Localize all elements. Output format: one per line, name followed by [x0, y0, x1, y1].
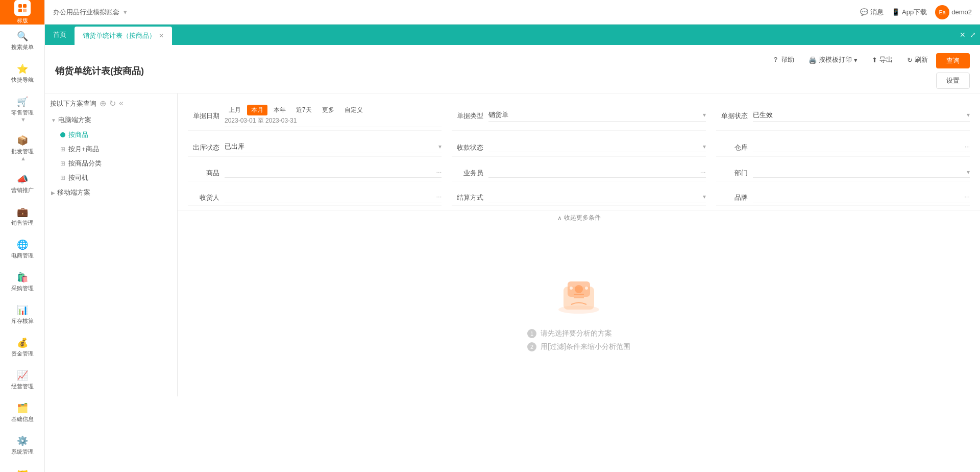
filter-type-value[interactable]: 销货单 ▾ [488, 110, 705, 122]
filter-brand-label: 品牌 [716, 193, 753, 202]
quicknav-icon: ⭐ [17, 63, 28, 75]
wholesale-expand-icon: ▲ [20, 155, 26, 161]
empty-step-1-text: 请先选择要分析的方案 [541, 329, 612, 338]
sidebar-item-inventory[interactable]: 📊 库存核算 [0, 298, 44, 331]
date-btn-more[interactable]: 更多 [318, 105, 338, 115]
sidebar-item-marketing[interactable]: 📣 营销推广 [0, 168, 44, 200]
scheme-item-by-driver-label: 按司机 [68, 173, 88, 182]
filter-consignee-value[interactable]: ··· [225, 193, 442, 202]
scheme-item-by-driver[interactable]: ⊞ 按司机 [45, 171, 177, 185]
sidebar-item-ecommerce[interactable]: 🌐 电商管理 [0, 233, 44, 266]
export-btn[interactable]: ⬆ 导出 [868, 53, 897, 66]
scheme-item-by-month-goods[interactable]: ⊞ 按月+商品 [45, 142, 177, 156]
filter-dept-value[interactable]: ▾ [753, 169, 970, 178]
inventory-icon: 📊 [17, 304, 28, 316]
page-actions: ？ 帮助 🖨️ 按模板打印 ▾ ⬆ 导出 ↻ 刷新 [768, 53, 932, 66]
filter-settlement-value[interactable]: ▾ [488, 193, 705, 202]
filter-goods-dots: ··· [436, 168, 442, 176]
tab-home[interactable]: 首页 [45, 25, 75, 45]
refresh-btn[interactable]: ↻ 刷新 [903, 53, 932, 66]
sidebar-item-purchase[interactable]: 🛍️ 采购管理 [0, 266, 44, 298]
svg-rect-0 [18, 4, 22, 8]
scheme-group-mobile-header[interactable]: ▶ 移动端方案 [45, 185, 177, 200]
sidebar-item-cooperation[interactable]: 🤝 企业协同 [0, 462, 44, 472]
print-btn[interactable]: 🖨️ 按模板打印 ▾ [804, 53, 862, 66]
sidebar-item-search-label: 搜索菜单 [11, 43, 34, 51]
sidebar-item-sales[interactable]: 💼 销售管理 [0, 200, 44, 233]
scheme-tree: ▼ 电脑端方案 按商品 ⊞ 按月+商品 ⊞ 按 [45, 112, 177, 200]
filter-brand-dots: ··· [964, 193, 970, 200]
sidebar-item-operations[interactable]: 📈 经营管理 [0, 364, 44, 396]
step-num-2: 2 [527, 342, 536, 351]
date-btn-custom[interactable]: 自定义 [340, 105, 367, 115]
filter-status-value[interactable]: 已生效 ▾ [753, 110, 970, 122]
sidebar-item-retail[interactable]: 🛒 零售管理 ▼ [0, 90, 44, 129]
sidebar-item-system[interactable]: ⚙️ 系统管理 [0, 429, 44, 462]
sidebar-item-finance[interactable]: 💰 资金管理 [0, 331, 44, 364]
scheme-collapse-icon[interactable]: « [119, 99, 124, 108]
main-area: 办公用品行业模拟账套 ▾ 💬 消息 📱 App下载 Ea demo2 首页 [45, 0, 980, 472]
tab-report[interactable]: 销货单统计表（按商品） ✕ [75, 27, 172, 45]
scheme-item-by-category[interactable]: ⊞ 按商品分类 [45, 156, 177, 171]
marketing-icon: 📣 [17, 174, 28, 185]
scheme-refresh-icon[interactable]: ↻ [109, 99, 116, 108]
tab-bar-expand-btn[interactable]: ⤢ [970, 31, 976, 39]
content-area: 销货单统计表(按商品) ？ 帮助 🖨️ 按模板打印 ▾ ⬆ 导出 [45, 45, 980, 472]
tab-bar-close-btn[interactable]: ✕ [960, 31, 966, 39]
app-download-btn[interactable]: 📱 App下载 [892, 8, 927, 17]
sidebar-item-wholesale[interactable]: 📦 批发管理 ▲ [0, 129, 44, 168]
grid-icon-3: ⊞ [60, 174, 65, 181]
scheme-item-by-goods-label: 按商品 [68, 130, 88, 139]
operations-icon: 📈 [17, 370, 28, 381]
filter-warehouse-value[interactable]: ··· [753, 143, 970, 152]
filter-brand-value[interactable]: ··· [753, 193, 970, 202]
date-btn-this-year[interactable]: 本年 [270, 105, 290, 115]
sidebar-item-quicknav[interactable]: ⭐ 快捷导航 [0, 57, 44, 90]
sidebar-item-retail-label: 零售管理 [11, 109, 34, 116]
scheme-group-pc-header[interactable]: ▼ 电脑端方案 [45, 112, 177, 128]
filter-receipt-dots: ▾ [703, 143, 706, 150]
sidebar-item-sales-label: 销售管理 [11, 219, 34, 227]
workspace-dropdown-icon[interactable]: ▾ [124, 8, 127, 16]
filter-stock-out-value[interactable]: 已出库 ▾ [225, 142, 442, 153]
logo-area: 标版 [0, 0, 44, 25]
app-subtitle: 标版 [17, 17, 28, 25]
sidebar-item-marketing-label: 营销推广 [11, 186, 34, 194]
scheme-item-by-category-label: 按商品分类 [68, 159, 102, 168]
date-btn-this-month[interactable]: 本月 [247, 105, 267, 115]
filter-dept: 部门 ▾ [716, 165, 970, 181]
tab-close-icon[interactable]: ✕ [159, 32, 164, 39]
sidebar-item-basic-label: 基础信息 [11, 415, 34, 423]
collapse-bar[interactable]: ∧ 收起更多条件 [178, 210, 980, 225]
collapse-icon: ∧ [557, 215, 562, 222]
filter-stock-out-dropdown: ▾ [438, 143, 442, 150]
caret-right-icon: ▶ [51, 190, 55, 196]
date-btn-last-month[interactable]: 上月 [225, 105, 245, 115]
sales-icon: 💼 [17, 206, 28, 218]
sidebar-item-ecommerce-label: 电商管理 [11, 252, 34, 259]
message-btn[interactable]: 💬 消息 [860, 8, 884, 17]
sidebar-item-basic[interactable]: 🗂️ 基础信息 [0, 396, 44, 429]
filter-receipt-value[interactable]: ▾ [488, 143, 705, 152]
query-btn[interactable]: 查询 [936, 53, 970, 68]
print-arrow: ▾ [854, 56, 857, 64]
scheme-add-icon[interactable]: ⊕ [100, 99, 106, 108]
page-title: 销货单统计表(按商品) [55, 65, 144, 77]
scheme-item-by-month-goods-label: 按月+商品 [68, 145, 99, 154]
scheme-item-by-goods[interactable]: 按商品 [45, 128, 177, 142]
date-range-display: 2023-03-01 至 2023-03-31 [225, 116, 297, 125]
refresh-icon: ↻ [907, 56, 913, 64]
filter-salesperson-dots: ··· [700, 168, 706, 176]
filter-salesperson-value[interactable]: ··· [488, 168, 705, 178]
filter-type-label: 单据类型 [452, 111, 488, 121]
sidebar-item-search[interactable]: 🔍 搜索菜单 [0, 25, 44, 57]
svg-point-7 [575, 285, 583, 293]
tab-home-label: 首页 [53, 30, 66, 39]
date-btn-7days[interactable]: 近7天 [292, 105, 316, 115]
user-area[interactable]: Ea demo2 [935, 5, 972, 19]
settings-btn[interactable]: 设置 [936, 73, 970, 89]
filter-type: 单据类型 销货单 ▾ [452, 102, 705, 131]
help-btn[interactable]: ？ 帮助 [768, 53, 798, 66]
avatar: Ea [935, 5, 949, 19]
filter-goods-value[interactable]: ··· [225, 168, 442, 178]
